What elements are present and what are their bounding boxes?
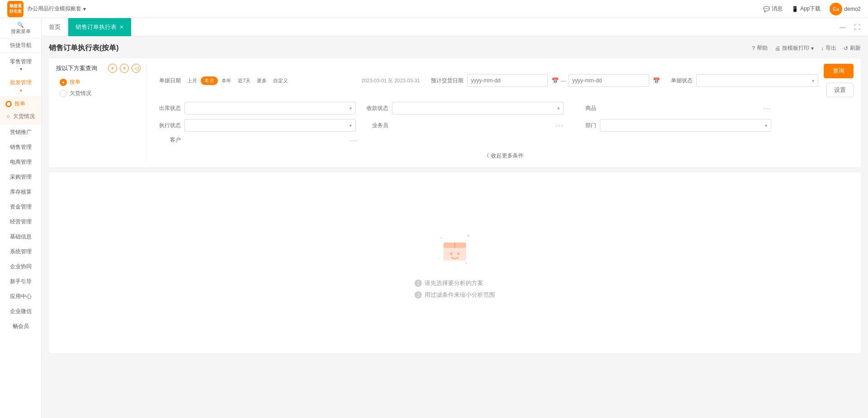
- chevron-down-icon: ▾: [811, 45, 814, 52]
- expected-date-to-input[interactable]: [568, 74, 649, 87]
- cal-from-icon[interactable]: 📅: [552, 77, 559, 84]
- date-range-display: 2023-03-01 至 2023-03-31: [361, 77, 420, 84]
- sing-status-select[interactable]: ▾: [696, 74, 818, 87]
- filter-plan-title: 按以下方案查询 + × ◁: [56, 64, 141, 73]
- sidebar-item-wechat[interactable]: 企业微信: [0, 304, 41, 319]
- filter-sing-status-field: 单据状态 ▾: [665, 74, 818, 87]
- add-plan-button[interactable]: +: [108, 64, 117, 73]
- print-label: 按模板打印: [782, 44, 809, 52]
- sidebar-search[interactable]: 🔍 搜索菜单: [0, 18, 41, 39]
- dept-select[interactable]: ▾: [600, 119, 771, 132]
- empty-tip-2: 2 用过滤条件来缩小分析范围: [415, 291, 495, 299]
- app-download-label: App下载: [800, 5, 821, 13]
- message-icon: 💬: [763, 6, 770, 12]
- date-btn-last7days[interactable]: 近7天: [235, 76, 253, 85]
- date-btn-lastmonth[interactable]: 上月: [184, 76, 200, 85]
- collapse-filters-button[interactable]: 《 收起更多条件: [154, 148, 854, 162]
- refresh-button[interactable]: ↺ 刷新: [844, 44, 861, 52]
- tab-close-icon[interactable]: ✕: [119, 24, 124, 30]
- filter-customer-field: 客户 ···: [154, 136, 358, 144]
- tab-sales-order[interactable]: 销售订单执行表 ✕: [68, 18, 132, 36]
- filter-panel: 按以下方案查询 + × ◁ ● 按单: [49, 58, 861, 167]
- sidebar-item-wholesale[interactable]: 批发管理 ▴: [0, 75, 41, 96]
- chevron-up-icon: ▴: [20, 87, 22, 92]
- empty-state: 1 请先选择要分析的方案 2 用过滤条件来缩小分析范围: [415, 200, 495, 326]
- product-label: 商品: [569, 104, 596, 112]
- sidebar-quick-nav[interactable]: 快捷导航: [0, 39, 41, 52]
- sidebar-item-sales[interactable]: 销售管理: [0, 140, 41, 155]
- product-more-button[interactable]: ···: [763, 104, 771, 112]
- date-btn-more[interactable]: 更多: [254, 76, 269, 85]
- sidebar-item-newbie[interactable]: 新手引导: [0, 274, 41, 289]
- svg-point-9: [439, 258, 440, 259]
- export-icon: ↓: [821, 45, 824, 52]
- date-btn-thismonth[interactable]: 本月: [201, 76, 218, 85]
- svg-point-8: [465, 262, 467, 264]
- plan-item-orders[interactable]: ● 按单: [60, 76, 141, 88]
- svg-point-4: [450, 252, 453, 255]
- tip-num-2: 2: [415, 291, 422, 299]
- svg-point-0: [7, 102, 10, 106]
- content-area: 首页 销售订单执行表 ✕ — ⛶ 销售订单执行表(按单) ? 帮助: [42, 18, 868, 418]
- receive-status-select[interactable]: ▾: [392, 102, 563, 114]
- sidebar-sub-item-orders[interactable]: 按单: [0, 98, 41, 110]
- chevron-down-icon: ▾: [765, 123, 767, 128]
- plan-item-debt[interactable]: 欠货情况: [60, 88, 141, 99]
- app-download-button[interactable]: 📱 App下载: [792, 5, 821, 13]
- tab-minimize-button[interactable]: —: [837, 22, 848, 33]
- chevron-down-icon: ▾: [349, 123, 352, 128]
- print-button[interactable]: 🖨 按模板打印 ▾: [775, 44, 814, 52]
- user-menu[interactable]: Ea demo2: [830, 3, 861, 15]
- collapse-plan-button[interactable]: ◁: [132, 64, 141, 73]
- sidebar-item-appcenter[interactable]: 应用中心: [0, 289, 41, 304]
- tab-home[interactable]: 首页: [42, 18, 68, 36]
- messages-label: 消息: [772, 5, 783, 13]
- refresh-icon: ↺: [844, 45, 848, 52]
- filter-row-2: 出库状态 ▾ 收款状态 ▾: [154, 102, 854, 114]
- sidebar-item-finance[interactable]: 资金管理: [0, 200, 41, 214]
- expected-date-from-input[interactable]: [467, 74, 548, 87]
- filter-expected-date-field: 预计交货日期 📅 — 📅: [431, 74, 660, 87]
- plan-inactive-dot: [60, 90, 67, 97]
- exec-status-select[interactable]: ▾: [184, 119, 356, 132]
- company-selector[interactable]: 办公用品行业模拟账套 ▾: [27, 5, 86, 13]
- sidebar-item-basicinfo[interactable]: 基础信息: [0, 229, 41, 244]
- main-layout: 🔍 搜索菜单 快捷导航 零售管理 ▾ 批发管理 ▴ 按单: [0, 18, 868, 418]
- sidebar-item-retail[interactable]: 零售管理 ▾: [0, 54, 41, 75]
- sidebar-item-member[interactable]: 畅会员: [0, 319, 41, 334]
- chevron-down-icon: ▾: [20, 66, 22, 71]
- search-label: 搜索菜单: [4, 28, 38, 35]
- messages-button[interactable]: 💬 消息: [763, 5, 783, 13]
- export-button[interactable]: ↓ 导出: [821, 44, 836, 52]
- settings-button[interactable]: 设置: [826, 83, 854, 97]
- empty-illustration: [432, 227, 477, 272]
- sidebar-item-system[interactable]: 系统管理: [0, 244, 41, 259]
- help-button[interactable]: ? 帮助: [752, 44, 768, 52]
- filter-exec-status-field: 执行状态 ▾: [154, 119, 356, 132]
- tab-bar: 首页 销售订单执行表 ✕ — ⛶: [42, 18, 868, 36]
- sidebar-item-enterprise[interactable]: 企业协同: [0, 259, 41, 274]
- date-label: 单据日期: [154, 77, 181, 85]
- sidebar-item-ecommerce[interactable]: 电商管理: [0, 155, 41, 170]
- receive-status-label: 收款状态: [361, 104, 388, 112]
- salesperson-more-button[interactable]: ···: [556, 122, 564, 129]
- search-button[interactable]: 查询: [824, 64, 854, 78]
- out-status-select[interactable]: ▾: [184, 102, 356, 114]
- date-btn-custom[interactable]: 自定义: [270, 76, 291, 85]
- cal-to-icon[interactable]: 📅: [653, 77, 660, 84]
- empty-tips: 1 请先选择要分析的方案 2 用过滤条件来缩小分析范围: [415, 279, 495, 299]
- sidebar-item-purchase[interactable]: 采购管理: [0, 170, 41, 185]
- sidebar-item-inventory[interactable]: 库存核算: [0, 185, 41, 200]
- sidebar-sub-item-debt[interactable]: ○ 欠货情况: [0, 110, 41, 123]
- tab-maximize-button[interactable]: ⛶: [852, 22, 863, 33]
- delete-plan-button[interactable]: ×: [120, 64, 129, 73]
- data-content: 1 请先选择要分析的方案 2 用过滤条件来缩小分析范围: [49, 172, 861, 353]
- sidebar-item-marketing[interactable]: 营销推广: [0, 125, 41, 140]
- company-name: 办公用品行业模拟账套: [27, 5, 81, 13]
- customer-more-button[interactable]: ···: [350, 137, 358, 144]
- date-btn-thisyear[interactable]: 本年: [219, 76, 234, 85]
- sing-status-label: 单据状态: [665, 77, 693, 85]
- expected-date-range: 📅 — 📅: [467, 74, 660, 87]
- filter-plan-selector: 按以下方案查询 + × ◁ ● 按单: [56, 64, 146, 162]
- sidebar-item-operations[interactable]: 经营管理: [0, 214, 41, 229]
